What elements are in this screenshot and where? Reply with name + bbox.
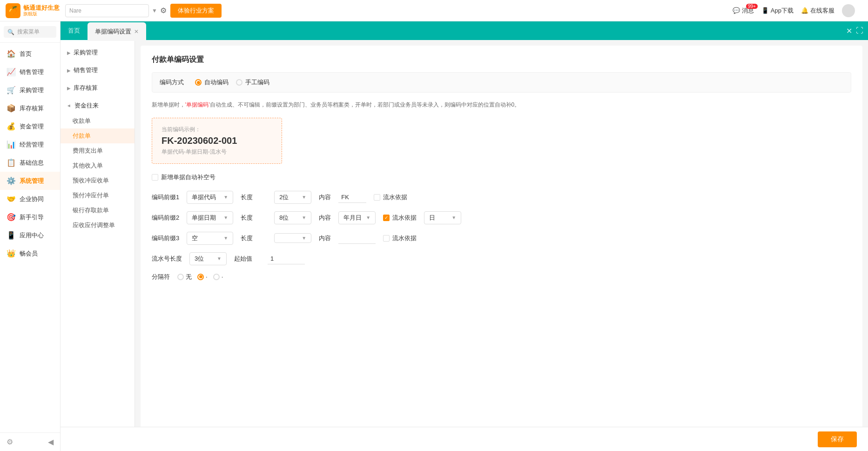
trial-button[interactable]: 体验行业方案 bbox=[170, 4, 222, 18]
sidebar-item-label-finance: 资金管理 bbox=[20, 122, 44, 131]
sub-item-pre-payable[interactable]: 预付冲应付单 bbox=[61, 188, 135, 203]
tab-close-icon[interactable]: ✕ bbox=[134, 28, 139, 35]
app-download-button[interactable]: 📱 App下载 bbox=[761, 7, 794, 15]
capital-label: 资金往来 bbox=[74, 101, 99, 110]
prefix2-granularity-select[interactable]: 日 ▼ bbox=[424, 211, 461, 224]
prefix2-content-arrow-icon: ▼ bbox=[366, 215, 370, 220]
sub-group-inventory-title[interactable]: ▶ 库存核算 bbox=[61, 80, 135, 96]
sidebar-item-label-apps: 应用中心 bbox=[20, 231, 44, 240]
sidebar-item-system[interactable]: ⚙️ 系统管理 bbox=[0, 172, 60, 190]
tab-bar-close-btn[interactable]: ✕ bbox=[846, 27, 852, 35]
prefix2-content-select[interactable]: 年月日 ▼ bbox=[338, 211, 376, 224]
message-button[interactable]: 💬 消息 99+ bbox=[733, 7, 754, 15]
sidebar-search-inner[interactable]: 🔍 搜索菜单 bbox=[4, 26, 56, 38]
sidebar-item-guide[interactable]: 🎯 新手引导 bbox=[0, 208, 60, 226]
prefix1-select[interactable]: 单据代码 ▼ bbox=[187, 191, 233, 204]
sub-item-expense[interactable]: 费用支出单 bbox=[61, 143, 135, 158]
sidebar-footer-settings-icon[interactable]: ⚙ bbox=[7, 438, 13, 446]
prefix1-length-select[interactable]: 2位 ▼ bbox=[274, 191, 311, 204]
prefix3-arrow-icon: ▼ bbox=[223, 236, 228, 241]
sub-item-receipt[interactable]: 收款单 bbox=[61, 114, 135, 128]
sub-group-purchase: ▶ 采购管理 bbox=[61, 44, 135, 61]
separator-options: 无 · · bbox=[177, 273, 223, 281]
sidebar-item-apps[interactable]: 📱 应用中心 bbox=[0, 226, 60, 244]
sub-item-ar-ap-adjust[interactable]: 应收应付调整单 bbox=[61, 218, 135, 233]
serial-length-select[interactable]: 3位 ▼ bbox=[189, 252, 227, 265]
prefix3-length-label: 长度 bbox=[241, 234, 267, 242]
sidebar-item-label-basic: 基础信息 bbox=[20, 159, 44, 167]
sidebar-item-label-operations: 经营管理 bbox=[20, 141, 44, 149]
encoding-method-label: 编码方式 bbox=[160, 78, 184, 87]
start-value-input[interactable] bbox=[268, 253, 305, 264]
sidebar-item-home[interactable]: 🏠 首页 bbox=[0, 45, 60, 63]
prefix1-length-value: 2位 bbox=[279, 193, 289, 202]
prefix3-content-input[interactable] bbox=[338, 233, 376, 244]
manual-encoding-radio[interactable]: 手工编码 bbox=[236, 78, 269, 87]
page-title: 付款单编码设置 bbox=[152, 55, 851, 65]
sub-group-capital-title[interactable]: ▼ 资金往来 bbox=[61, 98, 135, 114]
prefix1-value: 单据代码 bbox=[192, 193, 216, 202]
sidebar-item-inventory[interactable]: 📦 库存核算 bbox=[0, 99, 60, 117]
sales-arrow-icon: ▶ bbox=[67, 68, 71, 73]
inventory-icon: 📦 bbox=[7, 104, 16, 113]
sidebar-search[interactable]: 🔍 搜索菜单 bbox=[0, 21, 60, 43]
prefix1-serial-checkbox[interactable] bbox=[374, 194, 380, 201]
sub-item-payment[interactable]: 付款单 bbox=[61, 128, 135, 143]
prefix2-value: 单据日期 bbox=[192, 214, 216, 222]
auto-encoding-radio[interactable]: 自动编码 bbox=[195, 78, 229, 87]
sidebar-item-member[interactable]: 👑 畅会员 bbox=[0, 244, 60, 263]
sub-group-purchase-title[interactable]: ▶ 采购管理 bbox=[61, 45, 135, 61]
tab-home[interactable]: 首页 bbox=[61, 21, 87, 40]
sep-dot-radio bbox=[197, 274, 204, 280]
prefix2-length-value: 8位 bbox=[279, 214, 289, 222]
online-service-icon: 🔔 bbox=[801, 7, 808, 14]
prefix3-length-select[interactable]: ▼ bbox=[274, 233, 311, 243]
prefix2-content-value: 年月日 bbox=[343, 214, 362, 222]
auto-fill-checkbox[interactable] bbox=[152, 174, 158, 181]
tab-encoding-settings[interactable]: 单据编码设置 ✕ bbox=[87, 22, 146, 41]
header-input-area: ▼ ⚙ bbox=[65, 4, 167, 17]
prefix2-granularity-value: 日 bbox=[429, 214, 435, 222]
sidebar-item-finance[interactable]: 💰 资金管理 bbox=[0, 117, 60, 135]
prefix2-serial-checkbox[interactable]: ✓ bbox=[383, 215, 390, 221]
header-search-input[interactable] bbox=[65, 4, 149, 17]
sub-item-other-income[interactable]: 其他收入单 bbox=[61, 158, 135, 173]
online-service-label: 在线客服 bbox=[810, 7, 834, 15]
prefix3-serial-label: 流水依据 bbox=[392, 234, 417, 242]
prefix1-serial-group: 流水依据 bbox=[374, 193, 407, 202]
sep-dash-label: · bbox=[222, 273, 223, 280]
prefix1-length-label: 长度 bbox=[241, 193, 267, 202]
sub-item-bank-deposit[interactable]: 银行存取款单 bbox=[61, 203, 135, 218]
sidebar-item-enterprise[interactable]: 🤝 企业协同 bbox=[0, 190, 60, 208]
sidebar-item-basic[interactable]: 📋 基础信息 bbox=[0, 154, 60, 172]
auto-fill-label: 新增单据自动补空号 bbox=[161, 173, 215, 182]
sidebar-item-operations[interactable]: 📊 经营管理 bbox=[0, 135, 60, 154]
sub-group-sales-title[interactable]: ▶ 销售管理 bbox=[61, 62, 135, 78]
sep-none-option[interactable]: 无 bbox=[177, 273, 192, 281]
header-settings-icon[interactable]: ⚙ bbox=[160, 6, 167, 15]
prefix2-length-select[interactable]: 8位 ▼ bbox=[274, 211, 311, 224]
prefix3-select[interactable]: 空 ▼ bbox=[187, 232, 233, 245]
save-button[interactable]: 保存 bbox=[818, 431, 857, 447]
sidebar-item-sales[interactable]: 📈 销售管理 bbox=[0, 63, 60, 81]
prefix3-serial-checkbox[interactable] bbox=[383, 235, 390, 242]
sep-dot-option[interactable]: · bbox=[197, 273, 208, 280]
prefix1-content-input[interactable] bbox=[338, 192, 366, 203]
top-header: 🍊 畅通道好生意 旗舰版 ▼ ⚙ 体验行业方案 💬 消息 99+ 📱 App下载… bbox=[0, 0, 868, 21]
online-service-button[interactable]: 🔔 在线客服 bbox=[801, 7, 834, 15]
sub-item-pre-receivable[interactable]: 预收冲应收单 bbox=[61, 173, 135, 188]
sidebar-item-purchase[interactable]: 🛒 采购管理 bbox=[0, 81, 60, 99]
prefix3-length-arrow-icon: ▼ bbox=[302, 236, 306, 241]
tab-bar-expand-btn[interactable]: ⛶ bbox=[856, 27, 863, 35]
prefix1-serial-label: 流水依据 bbox=[383, 193, 407, 202]
prefix3-label: 编码前缀3 bbox=[152, 234, 179, 242]
prefix2-select[interactable]: 单据日期 ▼ bbox=[187, 211, 233, 224]
serial-row: 流水号长度 3位 ▼ 起始值 bbox=[152, 252, 851, 265]
sep-dash-option[interactable]: · bbox=[213, 273, 223, 280]
header-chevron-icon[interactable]: ▼ bbox=[152, 7, 157, 14]
sidebar-item-label-enterprise: 企业协同 bbox=[20, 195, 44, 203]
sidebar-footer-collapse-icon[interactable]: ◀ bbox=[48, 438, 54, 446]
logo-text: 畅通道好生意 旗舰版 bbox=[23, 4, 60, 17]
start-value-label: 起始值 bbox=[234, 255, 260, 263]
preview-desc: 单据代码-单据日期-流水号 bbox=[161, 148, 272, 156]
